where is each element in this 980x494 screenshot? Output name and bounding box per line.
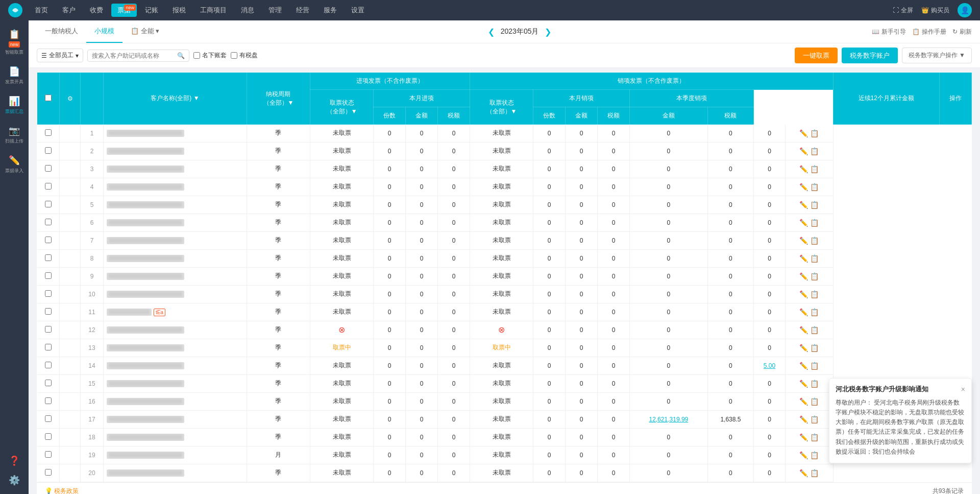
nav-item-home[interactable]: 首页 (29, 4, 54, 17)
edit-btn[interactable]: ✏️ (798, 361, 809, 371)
row-checkbox[interactable] (45, 183, 52, 190)
sidebar-item-smart-invoice[interactable]: 📋 new 智能取票 (0, 25, 29, 60)
copy-btn[interactable]: 📋 (809, 182, 820, 192)
tax-digital-btn[interactable]: 税务数字账户 (842, 48, 898, 63)
edit-btn[interactable]: ✏️ (798, 289, 809, 299)
manual-btn[interactable]: 📋 操作手册 (912, 28, 946, 36)
fullscreen-btn[interactable]: ⛶ 全屏 (893, 6, 913, 15)
nav-item-biz[interactable]: 工商项目 (194, 4, 233, 17)
tab-general[interactable]: 一般纳税人 (37, 20, 86, 43)
copy-btn[interactable]: 📋 (809, 432, 820, 442)
row-checkbox[interactable] (45, 380, 52, 386)
sidebar-item-issue-invoice[interactable]: 📄 发票开具 (0, 62, 29, 89)
edit-btn[interactable]: ✏️ (798, 325, 809, 335)
edit-btn[interactable]: ✏️ (798, 128, 809, 138)
copy-btn[interactable]: 📋 (809, 343, 820, 353)
edit-btn[interactable]: ✏️ (798, 253, 809, 264)
nav-item-customer[interactable]: 客户 (56, 4, 82, 17)
nav-item-operate[interactable]: 经营 (290, 4, 315, 17)
col-name-header[interactable]: 客户名称(全部) ▼ (103, 73, 247, 125)
sidebar-item-settings[interactable]: ⚙️ (7, 471, 22, 490)
notification-close-btn[interactable]: × (961, 385, 965, 393)
under-account-input[interactable] (193, 52, 200, 59)
logo-icon[interactable] (8, 3, 22, 17)
has-taxdisk-input[interactable] (231, 52, 237, 59)
one-click-btn[interactable]: 一键取票 (795, 48, 838, 63)
search-input[interactable] (92, 52, 175, 59)
copy-btn[interactable]: 📋 (809, 218, 820, 228)
copy-btn[interactable]: 📋 (809, 361, 820, 371)
nav-item-msg[interactable]: 消息 (235, 4, 260, 17)
row-checkbox[interactable] (45, 397, 52, 404)
under-account-checkbox[interactable]: 名下账套 (193, 51, 227, 60)
nav-item-service[interactable]: 服务 (317, 4, 343, 17)
row-checkbox[interactable] (45, 451, 52, 458)
row-checkbox[interactable] (45, 201, 52, 207)
row-checkbox[interactable] (45, 308, 52, 315)
edit-btn[interactable]: ✏️ (798, 307, 809, 317)
copy-btn[interactable]: 📋 (809, 450, 820, 460)
sidebar-item-help[interactable]: ❓ (7, 451, 22, 471)
tax-policy-link[interactable]: 💡 税务政策 (45, 487, 79, 495)
row-checkbox[interactable] (45, 165, 52, 172)
copy-btn[interactable]: 📋 (809, 414, 820, 425)
copy-btn[interactable]: 📋 (809, 325, 820, 335)
row-checkbox[interactable] (45, 129, 52, 136)
nav-item-invoice[interactable]: 收费 (84, 4, 109, 17)
sidebar-item-invoice-entry[interactable]: ✏️ 票据录入 (0, 151, 29, 178)
copy-btn[interactable]: 📋 (809, 164, 820, 174)
edit-btn[interactable]: ✏️ (798, 271, 809, 281)
nav-item-bookkeep[interactable]: 记账 (139, 4, 164, 17)
nav-item-manage[interactable]: 管理 (262, 4, 288, 17)
edit-btn[interactable]: ✏️ (798, 468, 809, 478)
edit-btn[interactable]: ✏️ (798, 379, 809, 389)
tab-all[interactable]: 📋 全能 ▾ (122, 20, 167, 43)
new-guide-btn[interactable]: 📖 新手引导 (872, 28, 906, 36)
row-checkbox[interactable] (45, 219, 52, 225)
copy-btn[interactable]: 📋 (809, 146, 820, 156)
period-next-btn[interactable]: ❯ (545, 27, 551, 37)
avatar[interactable]: 👤 (958, 3, 972, 17)
copy-btn[interactable]: 📋 (809, 396, 820, 407)
row-checkbox[interactable] (45, 415, 52, 422)
period-prev-btn[interactable]: ❮ (488, 27, 495, 37)
copy-btn[interactable]: 📋 (809, 468, 820, 478)
search-icon[interactable]: 🔍 (177, 52, 185, 59)
edit-btn[interactable]: ✏️ (798, 343, 809, 353)
row-checkbox[interactable] (45, 254, 52, 261)
edit-btn[interactable]: ✏️ (798, 164, 809, 174)
copy-btn[interactable]: 📋 (809, 253, 820, 264)
edit-btn[interactable]: ✏️ (798, 236, 809, 246)
edit-btn[interactable]: ✏️ (798, 396, 809, 407)
row-checkbox[interactable] (45, 362, 52, 368)
nav-item-settings[interactable]: 设置 (345, 4, 371, 17)
row-checkbox[interactable] (45, 433, 52, 440)
edit-btn[interactable]: ✏️ (798, 432, 809, 442)
sidebar-item-invoice-summary[interactable]: 📊 票据汇总 (0, 91, 29, 119)
row-checkbox[interactable] (45, 237, 52, 243)
vip-btn[interactable]: 👑 购买员 (921, 6, 949, 15)
copy-btn[interactable]: 📋 (809, 307, 820, 317)
copy-btn[interactable]: 📋 (809, 289, 820, 299)
edit-btn[interactable]: ✏️ (798, 146, 809, 156)
copy-btn[interactable]: 📋 (809, 236, 820, 246)
tax-digital-op-btn[interactable]: 税务数字账户操作 ▼ (902, 48, 972, 63)
row-checkbox[interactable] (45, 469, 52, 476)
col-in-status-header[interactable]: 取票状态（全部）▼ (310, 90, 374, 125)
edit-btn[interactable]: ✏️ (798, 182, 809, 192)
employee-select[interactable]: ☰ 全部员工 ▾ (37, 49, 83, 62)
refresh-btn[interactable]: ↻ 刷新 (952, 28, 972, 36)
copy-btn[interactable]: 📋 (809, 200, 820, 210)
row-checkbox[interactable] (45, 344, 52, 350)
edit-btn[interactable]: ✏️ (798, 218, 809, 228)
edit-btn[interactable]: ✏️ (798, 450, 809, 460)
copy-btn[interactable]: 📋 (809, 128, 820, 138)
nav-item-tax[interactable]: 报税 (166, 4, 192, 17)
has-taxdisk-checkbox[interactable]: 有税盘 (231, 51, 258, 60)
select-all-checkbox[interactable] (45, 95, 52, 101)
row-checkbox[interactable] (45, 147, 52, 154)
copy-btn[interactable]: 📋 (809, 271, 820, 281)
row-checkbox[interactable] (45, 326, 52, 333)
col-settings-header[interactable]: ⚙ (60, 73, 81, 125)
copy-btn[interactable]: 📋 (809, 379, 820, 389)
